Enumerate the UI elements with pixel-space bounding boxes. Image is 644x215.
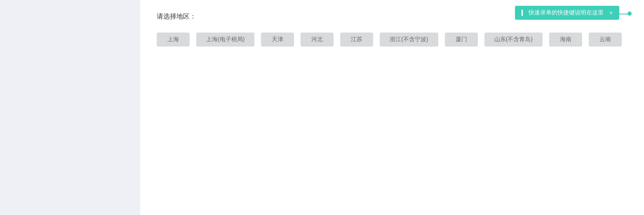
tooltip-close-button[interactable]: × [609,9,613,16]
region-button-hainan[interactable]: 海南 [549,33,582,47]
region-button-shanghai[interactable]: 上海 [157,33,190,47]
tooltip-banner: 快速录单的快捷键说明在这里 × [515,6,619,20]
tooltip-connector-dot [628,12,632,16]
tooltip-bar [522,9,523,16]
region-button-xiamen[interactable]: 厦门 [445,33,478,47]
tooltip-connector-line [618,14,628,14]
region-button-tianjin[interactable]: 天津 [261,33,294,47]
region-button-shanghai-etax[interactable]: 上海(电子税局) [196,33,254,47]
left-sidebar [0,0,140,215]
region-button-yunnan[interactable]: 云南 [589,33,622,47]
main-content: 请选择地区： 上海上海(电子税局)天津河北江苏浙江(不含宁波)厦门山东(不含青岛… [140,0,644,215]
region-button-shandong[interactable]: 山东(不含青岛) [484,33,543,47]
region-button-hebei[interactable]: 河北 [301,33,334,47]
region-button-zhejiang[interactable]: 浙江(不含宁波) [380,33,438,47]
tooltip-text: 快速录单的快捷键说明在这里 [529,9,604,16]
region-button-jiangsu[interactable]: 江苏 [340,33,373,47]
region-buttons-container: 上海上海(电子税局)天津河北江苏浙江(不含宁波)厦门山东(不含青岛)海南云南 [157,33,628,47]
